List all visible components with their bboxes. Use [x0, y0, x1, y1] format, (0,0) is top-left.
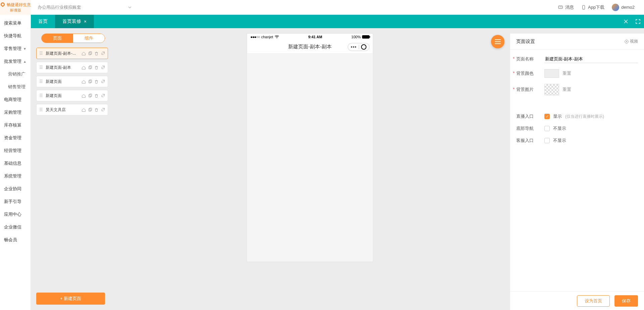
page-item-4[interactable]: ☰昊天文具店: [36, 104, 108, 115]
home-icon[interactable]: [82, 94, 86, 98]
save-button[interactable]: 保存: [614, 295, 638, 307]
svg-point-13: [276, 38, 277, 39]
content: 首页首页装修× 页面 组件 ☰新建页面-副本-...☰新建页面-副本☰新建页面☰…: [31, 15, 644, 310]
nav-item-7[interactable]: 采购管理: [0, 106, 31, 119]
logo-text: 畅捷通好生意: [7, 2, 31, 8]
nav-item-5[interactable]: 销售管理: [0, 81, 31, 93]
signal-icon: ●●●○○: [251, 35, 260, 39]
set-home-button[interactable]: 设为首页: [577, 295, 610, 307]
copy-icon[interactable]: [88, 51, 92, 56]
page-item-name: 新建页面: [46, 93, 79, 99]
checkbox-bottom-nav[interactable]: [544, 126, 550, 131]
drag-handle-icon[interactable]: ☰: [39, 51, 43, 56]
page-item-0[interactable]: ☰新建页面-副本-...: [36, 48, 108, 59]
message-icon: [558, 5, 563, 10]
nav-item-14[interactable]: 新手引导: [0, 195, 31, 208]
delete-icon[interactable]: [94, 80, 99, 84]
bg-color-swatch[interactable]: [544, 69, 559, 78]
phone-time: 9:41 AM: [308, 35, 322, 39]
messages-link[interactable]: 消息: [558, 4, 574, 10]
drag-handle-icon[interactable]: ☰: [39, 93, 43, 98]
seg-page[interactable]: 页面: [42, 34, 73, 43]
phone-body[interactable]: [247, 54, 373, 262]
fullscreen-icon: [636, 19, 640, 24]
nav-item-11[interactable]: 基础信息: [0, 157, 31, 170]
seg-component[interactable]: 组件: [73, 34, 105, 43]
nav-item-8[interactable]: 库存核算: [0, 119, 31, 132]
page-item-name: 新建页面: [46, 79, 79, 85]
user-menu[interactable]: demo2: [612, 4, 635, 11]
home-icon[interactable]: [82, 65, 86, 70]
home-icon[interactable]: [82, 51, 86, 56]
copy-icon[interactable]: [88, 108, 92, 112]
delete-icon[interactable]: [94, 65, 99, 70]
logo[interactable]: 畅捷通好生意 标准版: [0, 0, 31, 15]
external-icon[interactable]: [101, 65, 105, 70]
nav-item-0[interactable]: 搜索菜单: [0, 17, 31, 30]
tab-1[interactable]: 首页装修×: [55, 15, 94, 28]
delete-icon[interactable]: [94, 51, 99, 56]
home-icon[interactable]: [82, 80, 86, 84]
label-bg-image: 背景图片: [516, 87, 540, 93]
settings-form: 页面名称 背景颜色 重置 背景图片 重置: [510, 50, 644, 149]
checkbox-live[interactable]: ✓: [544, 114, 550, 119]
page-list: ☰新建页面-副本-...☰新建页面-副本☰新建页面☰新建页面☰昊天文具店: [36, 48, 110, 287]
page-item-3[interactable]: ☰新建页面: [36, 90, 108, 101]
page-item-2[interactable]: ☰新建页面: [36, 76, 108, 87]
nav-item-2[interactable]: 零售管理▼: [0, 42, 31, 55]
nav-item-13[interactable]: 企业协同: [0, 183, 31, 195]
checkbox-service[interactable]: [544, 138, 550, 143]
reset-bg-color[interactable]: 重置: [562, 70, 571, 76]
settings-panel: 页面设置 视频 页面名称 背景颜色 重置: [510, 34, 644, 310]
tab-fullscreen[interactable]: [632, 15, 644, 28]
nav-item-1[interactable]: 快捷导航: [0, 30, 31, 42]
new-page-button[interactable]: + 新建页面: [36, 293, 105, 305]
external-icon[interactable]: [101, 94, 105, 98]
drag-handle-icon[interactable]: ☰: [39, 65, 43, 70]
nav-item-4[interactable]: 营销推广: [0, 68, 31, 81]
delete-icon[interactable]: [94, 94, 99, 98]
input-page-name[interactable]: [544, 55, 638, 63]
app-download-link[interactable]: App下载: [581, 4, 604, 10]
nav-item-3[interactable]: 批发管理▲: [0, 55, 31, 68]
nav-item-6[interactable]: 电商管理: [0, 93, 31, 106]
logo-icon: [0, 2, 5, 7]
external-icon[interactable]: [101, 108, 105, 112]
bg-image-swatch[interactable]: [544, 84, 559, 95]
chevron-icon: ▼: [23, 47, 26, 51]
nav-item-17[interactable]: 畅会员: [0, 234, 31, 246]
home-icon[interactable]: [82, 108, 86, 112]
phone-title: 新建页面-副本-副本: [288, 44, 332, 50]
avatar: [612, 4, 619, 11]
components-fab[interactable]: [491, 35, 504, 48]
nav-item-16[interactable]: 企业微信: [0, 221, 31, 234]
reset-bg-image[interactable]: 重置: [562, 87, 571, 93]
close-icon[interactable]: ×: [84, 19, 87, 24]
copy-icon[interactable]: [88, 65, 92, 70]
nav-item-15[interactable]: 应用中心: [0, 208, 31, 221]
phone-status-bar: ●●●○○ chanjet 9:41 AM 100%: [247, 34, 373, 40]
drag-handle-icon[interactable]: ☰: [39, 107, 43, 112]
more-icon: •••: [351, 44, 357, 50]
svg-rect-0: [558, 6, 562, 8]
miniprogram-capsule[interactable]: •••: [348, 43, 370, 51]
nav-item-12[interactable]: 系统管理: [0, 170, 31, 183]
drag-handle-icon[interactable]: ☰: [39, 79, 43, 84]
carrier-label: chanjet: [261, 35, 273, 39]
tab-close-all[interactable]: [620, 15, 632, 28]
copy-icon[interactable]: [88, 94, 92, 98]
delete-icon[interactable]: [94, 108, 99, 112]
tab-0[interactable]: 首页: [31, 15, 55, 28]
page-item-1[interactable]: ☰新建页面-副本: [36, 62, 108, 73]
main: 搜索菜单快捷导航零售管理▼批发管理▲营销推广销售管理电商管理采购管理库存核算资金…: [0, 15, 644, 310]
tabs-bar: 首页首页装修×: [31, 15, 644, 28]
copy-icon[interactable]: [88, 80, 92, 84]
nav-item-10[interactable]: 经营管理: [0, 144, 31, 157]
external-icon[interactable]: [101, 51, 105, 56]
nav-item-9[interactable]: 资金管理: [0, 132, 31, 144]
video-link[interactable]: 视频: [625, 39, 638, 44]
account-name: 办公用品行业模拟账套: [38, 4, 81, 10]
account-selector[interactable]: 办公用品行业模拟账套: [38, 4, 131, 10]
external-icon[interactable]: [101, 80, 105, 84]
label-page-name: 页面名称: [516, 56, 540, 62]
